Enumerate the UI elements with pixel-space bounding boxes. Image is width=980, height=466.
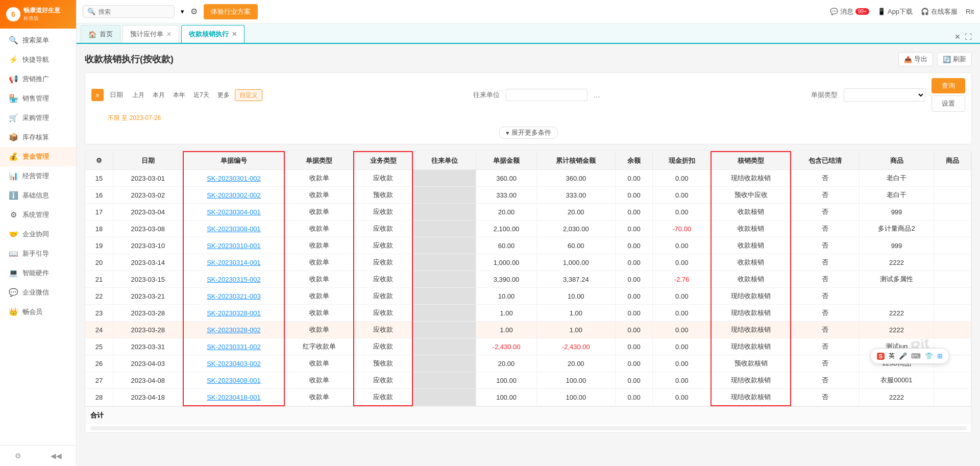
- sidebar-item-inventory[interactable]: 📦 库存核算: [0, 128, 76, 147]
- this-year-btn[interactable]: 本年: [170, 90, 188, 101]
- sidebar-item-finance[interactable]: 💰 资金管理: [0, 147, 76, 166]
- search-input[interactable]: [99, 8, 170, 15]
- td-amount: 1.00: [476, 322, 536, 338]
- sidebar-item-shortcut[interactable]: ⚡ 快捷导航: [0, 50, 76, 69]
- solution-button[interactable]: 体验行业方案: [204, 4, 258, 19]
- topbar-search-box[interactable]: 🔍: [83, 5, 175, 18]
- td-bill-no[interactable]: SK-20230328-001: [183, 305, 285, 322]
- sidebar-item-marketing[interactable]: 📢 营销推广: [0, 69, 76, 89]
- topbar-dropdown-icon[interactable]: ▾: [181, 8, 184, 15]
- sidebar-item-hardware[interactable]: 💻 智能硬件: [0, 263, 76, 283]
- tab-prepay-close[interactable]: ✕: [166, 31, 172, 38]
- widget-keyboard-icon[interactable]: ⌨: [911, 352, 921, 360]
- export-button[interactable]: 📤 导出: [898, 52, 933, 66]
- sidebar-item-label: 基础信息: [22, 191, 49, 200]
- td-bill-no[interactable]: SK-20230328-002: [183, 322, 285, 338]
- sidebar-item-wechat[interactable]: 💬 企业微信: [0, 283, 76, 302]
- table-row: 23 2023-03-28 SK-20230328-001 收款单 应收款 1.…: [85, 305, 971, 322]
- td-bill-no[interactable]: SK-20230331-002: [183, 338, 285, 355]
- filter-set-button[interactable]: 设置: [932, 95, 965, 112]
- sidebar-item-label: 新手引导: [22, 249, 49, 258]
- sidebar-collapse-btn[interactable]: ◀◀: [46, 450, 66, 462]
- sidebar-item-label: 系统管理: [22, 210, 49, 219]
- partner-input[interactable]: [506, 89, 587, 101]
- widget-text: 英: [889, 352, 895, 360]
- query-button[interactable]: 查询: [932, 78, 965, 93]
- sidebar-settings-btn[interactable]: ⚙: [11, 450, 26, 462]
- td-biz-type: 预收款: [354, 187, 412, 204]
- td-bill-type: 收款单: [284, 389, 354, 406]
- sidebar-item-guide[interactable]: 📖 新手引导: [0, 244, 76, 263]
- td-product1: 2222: [860, 322, 934, 338]
- td-bill-no[interactable]: SK-20230304-001: [183, 204, 285, 220]
- td-date: 2023-03-08: [113, 220, 183, 237]
- messages-item[interactable]: 💬 消息 99+: [830, 7, 869, 16]
- tab-collection[interactable]: 收款核销执行 ✕: [181, 25, 244, 43]
- td-bill-no[interactable]: SK-20230408-001: [183, 372, 285, 389]
- td-amount: 3,390.00: [476, 271, 536, 288]
- table-row: 19 2023-03-10 SK-20230310-001 收款单 应收款 60…: [85, 237, 971, 254]
- last-month-btn[interactable]: 上月: [129, 90, 148, 101]
- more-date-btn[interactable]: 更多: [214, 90, 233, 101]
- widget-grid-icon[interactable]: ⊞: [937, 352, 943, 360]
- td-bill-no[interactable]: SK-20230315-002: [183, 271, 285, 288]
- sidebar-item-vip[interactable]: 👑 畅会员: [0, 302, 76, 322]
- td-balance: 0.00: [615, 204, 652, 220]
- td-included: 否: [791, 187, 860, 204]
- bill-type-select[interactable]: [844, 88, 925, 102]
- online-support-item[interactable]: 🎧 在线客服: [921, 7, 958, 16]
- widget-shirt-icon[interactable]: 👕: [925, 352, 933, 360]
- td-bill-no[interactable]: SK-20230310-001: [183, 237, 285, 254]
- td-partner: [412, 220, 476, 237]
- td-verify-type: 现结收款核销: [711, 372, 791, 389]
- td-biz-type: 应收款: [354, 254, 412, 271]
- this-month-btn[interactable]: 本月: [150, 90, 168, 101]
- td-amount: 2,100.00: [476, 220, 536, 237]
- sidebar-item-collab[interactable]: 🤝 企业协同: [0, 225, 76, 244]
- td-verify-type: 现结收款核销: [711, 288, 791, 305]
- sidebar-item-search[interactable]: 🔍 搜索菜单: [0, 31, 76, 50]
- sidebar-item-operations[interactable]: 📊 经营管理: [0, 166, 76, 186]
- expand-conditions-btn[interactable]: ▾ 展开更多条件: [499, 127, 558, 139]
- td-bill-no[interactable]: SK-20230403-002: [183, 355, 285, 372]
- sidebar-item-label: 畅会员: [22, 307, 42, 316]
- home-icon: 🏠: [88, 31, 96, 38]
- sidebar-item-sales[interactable]: 🏪 销售管理: [0, 89, 76, 108]
- last-7days-btn[interactable]: 近7天: [190, 90, 212, 101]
- tab-home[interactable]: 🏠 首页: [81, 25, 120, 43]
- expand-row: ▾ 展开更多条件: [91, 127, 965, 139]
- td-bill-no[interactable]: SK-20230301-002: [183, 170, 285, 187]
- custom-date-btn[interactable]: 自定义: [235, 89, 262, 101]
- td-bill-no[interactable]: SK-20230308-001: [183, 220, 285, 237]
- app-download-item[interactable]: 📱 App下载: [877, 7, 913, 16]
- td-bill-no[interactable]: SK-20230314-001: [183, 254, 285, 271]
- partner-dots[interactable]: ...: [594, 90, 600, 100]
- th-date: 日期: [113, 152, 183, 170]
- td-included: 否: [791, 271, 860, 288]
- widget-mic-icon[interactable]: 🎤: [899, 352, 907, 360]
- td-bill-no[interactable]: SK-20230418-001: [183, 389, 285, 406]
- td-bill-type: 收款单: [284, 237, 354, 254]
- maximize-window-btn[interactable]: ⛶: [965, 33, 972, 41]
- user-avatar[interactable]: Rit: [966, 8, 974, 15]
- close-window-btn[interactable]: ✕: [954, 33, 961, 41]
- sales-icon: 🏪: [8, 94, 18, 103]
- horizontal-scrollbar[interactable]: [90, 426, 966, 430]
- sidebar-item-purchase[interactable]: 🛒 采购管理: [0, 108, 76, 128]
- tab-collection-close[interactable]: ✕: [232, 31, 237, 38]
- topbar-gear-icon[interactable]: ⚙: [190, 7, 198, 16]
- td-amount: 20.00: [476, 204, 536, 220]
- td-bill-no[interactable]: SK-20230321-003: [183, 288, 285, 305]
- tab-prepay[interactable]: 预计应付单 ✕: [122, 25, 179, 43]
- td-balance: 0.00: [615, 220, 652, 237]
- sidebar-item-label: 经营管理: [22, 171, 49, 181]
- td-no: 28: [85, 389, 113, 406]
- logo-icon: 6: [6, 7, 20, 21]
- refresh-button[interactable]: 🔄 刷新: [937, 52, 972, 66]
- sidebar-item-system[interactable]: ⚙ 系统管理: [0, 205, 76, 225]
- sidebar-item-basic[interactable]: ℹ️ 基础信息: [0, 186, 76, 205]
- filter-collapse-btn[interactable]: »: [91, 89, 104, 101]
- td-bill-no[interactable]: SK-20230302-002: [183, 187, 285, 204]
- sidebar-bottom: ⚙ ◀◀: [0, 445, 76, 466]
- search-menu-icon: 🔍: [8, 36, 18, 45]
